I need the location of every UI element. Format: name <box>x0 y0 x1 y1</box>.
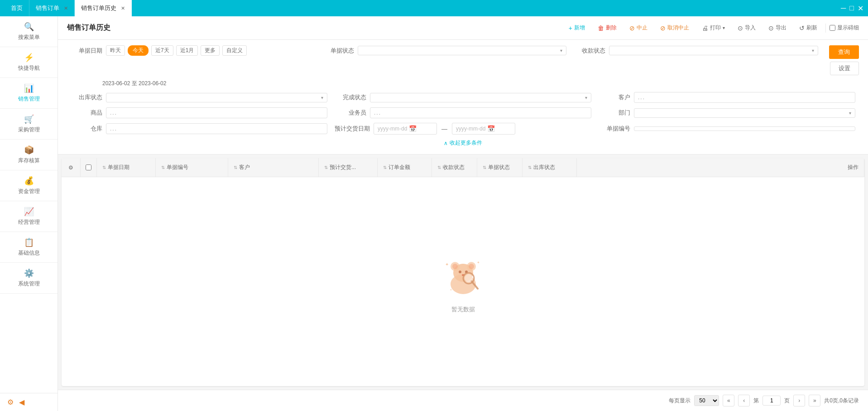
collapse-filter[interactable]: ∧ 收起更多条件 <box>67 137 859 149</box>
sidebar-item-operation[interactable]: 📈 经营管理 <box>0 201 58 232</box>
sidebar-item-purchase[interactable]: 🛒 采购管理 <box>0 109 58 140</box>
home-tab-label: 首页 <box>11 4 23 12</box>
sidebar-label-system: 系统管理 <box>18 280 40 288</box>
stop-button[interactable]: ⊘ 中止 <box>625 22 652 34</box>
collapse-sidebar-icon[interactable]: ◀ <box>19 398 24 406</box>
col-check[interactable] <box>81 158 97 177</box>
sort-icon-date: ⇅ <box>102 165 106 170</box>
date-7days-btn[interactable]: 近7天 <box>151 45 173 56</box>
cancel-stop-label: 取消中止 <box>667 24 689 32</box>
tab-sales-order-history[interactable]: 销售订单历史 ✕ <box>75 0 132 16</box>
receipt-status-select[interactable]: ▾ <box>609 46 818 55</box>
page-size-select[interactable]: 50 20 100 200 <box>694 395 719 406</box>
current-page-input[interactable] <box>762 396 781 406</box>
total-text: 共0页,0条记录 <box>824 397 859 405</box>
receipt-status-label: 收款状态 <box>574 47 605 55</box>
date-more-btn[interactable]: 更多 <box>201 45 220 56</box>
export-label: 导出 <box>776 24 786 32</box>
sidebar-item-finance[interactable]: 💰 资金管理 <box>0 170 58 201</box>
date-yesterday-btn[interactable]: 昨天 <box>106 45 125 56</box>
minimize-icon[interactable]: ─ <box>841 4 846 12</box>
quicknav-icon: ⚡ <box>24 53 34 63</box>
col-number[interactable]: ⇅ 单据编号 <box>156 158 228 177</box>
col-customer[interactable]: ⇅ 客户 <box>228 158 319 177</box>
bill-status-cell: 单据状态 ▾ <box>319 45 571 56</box>
sidebar-item-search[interactable]: 🔍 搜索菜单 <box>0 16 58 47</box>
col-amount[interactable]: ⇅ 订单金额 <box>378 158 432 177</box>
window-close-icon[interactable]: ✕ <box>858 4 863 13</box>
empty-state: ✦ ✦ ✦ 暂无数据 <box>62 177 864 386</box>
date-1month-btn[interactable]: 近1月 <box>176 45 198 56</box>
sidebar-item-sales[interactable]: 📊 销售管理 <box>0 78 58 109</box>
delivery-date-end-input[interactable]: yyyy-mm-dd 📅 <box>452 123 515 135</box>
import-button[interactable]: ⊙ 导入 <box>733 22 760 34</box>
out-status-cell: 出库状态 ▾ <box>67 92 331 103</box>
display-columns-checkbox[interactable] <box>830 25 835 31</box>
tab-sales-order[interactable]: 销售订单 ✕ <box>29 0 75 16</box>
department-cell: 部门 ▾ <box>595 107 859 118</box>
refresh-button[interactable]: ↺ 刷新 <box>795 22 822 34</box>
sidebar-item-basic[interactable]: 📋 基础信息 <box>0 232 58 263</box>
bill-status-chevron: ▾ <box>560 48 562 53</box>
col-delivery[interactable]: ⇅ 预计交货... <box>319 158 378 177</box>
page-label-pre: 第 <box>753 397 759 405</box>
new-button[interactable]: + 新增 <box>564 22 590 34</box>
query-actions: 查询 设置 <box>829 45 859 75</box>
cancel-stop-button[interactable]: ⊘ 取消中止 <box>656 22 694 34</box>
warehouse-input[interactable]: ... <box>106 123 327 134</box>
col-receipt-status[interactable]: ⇅ 收款状态 <box>432 158 477 177</box>
svg-text:✦: ✦ <box>450 288 452 291</box>
sort-icon-delivery: ⇅ <box>324 165 328 170</box>
warehouse-dots: ... <box>110 126 117 132</box>
settings-bottom-icon[interactable]: ⚙ <box>7 398 14 406</box>
goods-input[interactable]: ... <box>106 107 327 118</box>
query-button[interactable]: 查询 <box>829 45 859 59</box>
customer-input[interactable]: ... <box>634 92 855 103</box>
bill-number-input[interactable] <box>634 126 855 131</box>
tab-home[interactable]: 首页 <box>5 0 29 16</box>
print-button[interactable]: 🖨 打印 ▾ <box>697 22 729 34</box>
sidebar-item-inventory[interactable]: 📦 库存核算 <box>0 140 58 170</box>
sidebar-item-system[interactable]: ⚙️ 系统管理 <box>0 263 58 294</box>
complete-status-select[interactable]: ▾ <box>370 93 591 102</box>
select-all-checkbox[interactable] <box>86 164 91 170</box>
date-custom-btn[interactable]: 自定义 <box>222 45 247 56</box>
col-bill-status[interactable]: ⇅ 单据状态 <box>477 158 523 177</box>
salesperson-input[interactable]: ... <box>370 107 591 118</box>
complete-status-cell: 完成状态 ▾ <box>331 92 595 103</box>
top-bar: 首页 销售订单 ✕ 销售订单历史 ✕ ─ □ ✕ <box>0 0 868 16</box>
display-columns-toggle[interactable]: 显示碍细 <box>830 24 859 32</box>
delivery-date-start-input[interactable]: yyyy-mm-dd 📅 <box>374 123 437 135</box>
delete-button[interactable]: 🗑 删除 <box>593 22 621 34</box>
prev-page-btn[interactable]: ‹ <box>738 395 750 406</box>
close-history-tab[interactable]: ✕ <box>121 5 125 11</box>
col-action: 操作 <box>577 158 864 177</box>
out-status-chevron: ▾ <box>321 95 323 100</box>
col-amount-label: 订单金额 <box>388 164 410 171</box>
print-chevron: ▾ <box>723 25 725 30</box>
complete-status-chevron: ▾ <box>585 95 587 100</box>
next-page-btn[interactable]: › <box>793 395 805 406</box>
col-receipt-label: 收款状态 <box>443 164 465 171</box>
date-filter-control: 昨天 今天 近7天 近1月 更多 自定义 <box>106 45 247 56</box>
close-sales-order-tab[interactable]: ✕ <box>64 5 68 11</box>
col-out-status[interactable]: ⇅ 出库状态 <box>523 158 577 177</box>
export-button[interactable]: ⊙ 导出 <box>764 22 791 34</box>
last-page-btn[interactable]: » <box>809 395 820 406</box>
first-page-btn[interactable]: « <box>723 395 734 406</box>
sort-icon-customer: ⇅ <box>234 165 237 170</box>
content-area: 销售订单历史 + 新增 🗑 删除 ⊘ 中止 ⊘ 取消中止 <box>58 16 868 411</box>
empty-text: 暂无数据 <box>451 305 475 314</box>
bill-number-label: 单据编号 <box>599 125 630 133</box>
stop-icon: ⊘ <box>629 24 635 32</box>
settings-button[interactable]: 设置 <box>830 62 859 75</box>
date-today-btn[interactable]: 今天 <box>128 45 149 56</box>
out-status-select[interactable]: ▾ <box>106 93 327 102</box>
col-date[interactable]: ⇅ 单据日期 <box>97 158 156 177</box>
maximize-icon[interactable]: □ <box>849 4 854 12</box>
col-settings[interactable]: ⚙ <box>62 158 81 177</box>
department-select[interactable]: ▾ <box>634 108 855 118</box>
collapse-up-icon: ∧ <box>444 140 448 146</box>
sidebar-item-quicknav[interactable]: ⚡ 快捷导航 <box>0 47 58 78</box>
bill-status-select[interactable]: ▾ <box>358 46 567 55</box>
